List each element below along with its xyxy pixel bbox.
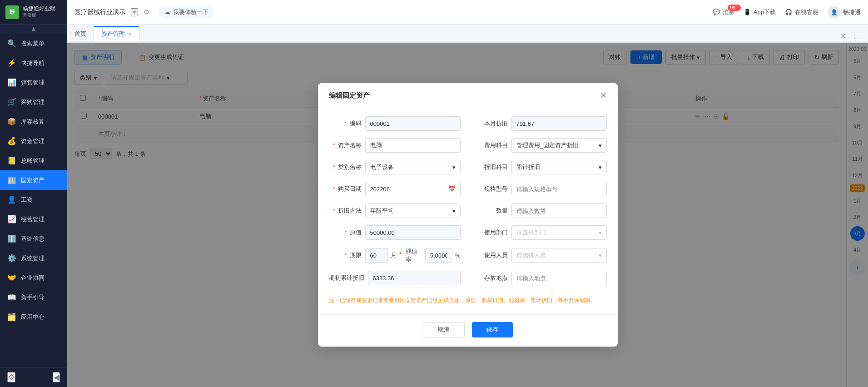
period-unit: 月	[391, 251, 397, 259]
field-initial-accumulated: 期初累计折旧	[329, 271, 461, 285]
depreciation-subject-select[interactable]: 累计折旧 ▾	[511, 160, 607, 174]
sidebar-item-finance[interactable]: 💰 资金管理	[0, 131, 67, 151]
sidebar-item-label: 资金管理	[21, 137, 45, 145]
field-purchase-date: * 购买日期 202206 📅	[329, 182, 461, 196]
message-action[interactable]: 💬 消息 99+	[713, 8, 734, 16]
field-depreciation-method: * 折旧方法 年限平均 ▾	[329, 203, 461, 218]
payroll-icon: 👤	[7, 195, 16, 204]
monthly-depreciation-label: 本月折旧	[475, 119, 508, 128]
purchase-date-label: * 购买日期	[329, 185, 362, 193]
initial-accumulated-input[interactable]	[368, 271, 461, 285]
expense-subject-select[interactable]: 管理费用_固定资产折旧 ▾	[511, 138, 607, 153]
field-asset-name: * 资产名称	[329, 138, 461, 153]
depreciation-method-label: * 折旧方法	[329, 207, 362, 215]
quantity-input[interactable]	[511, 203, 607, 218]
chevron-down-icon: ▾	[452, 208, 456, 214]
modal-overlay: 编辑固定资产 ✕ * 编码	[67, 43, 868, 387]
location-input[interactable]	[511, 271, 607, 285]
quicknav-icon: ⚡	[7, 59, 16, 67]
scroll-up-btn[interactable]: ▲	[0, 25, 67, 34]
sales-icon: 📊	[7, 78, 16, 87]
experience-label: 我要体验一下	[173, 8, 208, 16]
sidebar-item-purchase[interactable]: 🛒 采购管理	[0, 92, 67, 112]
save-button[interactable]: 保存	[472, 322, 513, 337]
field-expense-subject: 费用科目 管理费用_固定资产折旧 ▾	[475, 138, 607, 153]
settings-button[interactable]: ⚙	[7, 372, 15, 382]
sidebar-item-label: 库存核算	[21, 118, 45, 126]
sidebar-item-label: 经营管理	[21, 215, 45, 223]
basic-info-icon: ℹ️	[7, 234, 16, 243]
app-edition: 普及版	[23, 12, 55, 19]
code-label: * 编码	[329, 119, 362, 128]
sidebar-item-operations[interactable]: 📈 经营管理	[0, 209, 67, 229]
headset-icon: 🎧	[785, 9, 792, 15]
sidebar-item-inventory[interactable]: 📦 库存核算	[0, 112, 67, 131]
person-select[interactable]: 请选择人员 ▾	[511, 248, 607, 263]
sidebar-item-label: 基础信息	[21, 235, 45, 243]
chevron-down-icon: ▾	[452, 164, 456, 171]
cancel-button[interactable]: 取消	[423, 322, 465, 337]
message-badge: 99+	[728, 5, 741, 11]
code-input[interactable]	[365, 116, 461, 131]
field-period-residual: * 期限 月 * 残值率 %	[329, 247, 461, 263]
sidebar-item-guide[interactable]: 📖 新手引导	[0, 288, 67, 307]
depreciation-method-select[interactable]: 年限平均 ▾	[365, 203, 461, 218]
inventory-icon: 📦	[7, 117, 16, 126]
purchase-icon: 🛒	[7, 98, 16, 106]
window-close-btn[interactable]: ✕	[838, 30, 848, 42]
sidebar-item-quicknav[interactable]: ⚡ 快捷导航	[0, 53, 67, 73]
sidebar-item-sales[interactable]: 📊 销售管理	[0, 73, 67, 92]
gear-button[interactable]: ⚙	[144, 8, 150, 16]
asset-name-input[interactable]	[365, 138, 461, 153]
sidebar-item-assets[interactable]: 🏢 固定资产	[0, 170, 67, 190]
sidebar-item-system[interactable]: ⚙️ 系统管理	[0, 248, 67, 268]
original-value-label: * 原值	[329, 228, 362, 237]
tabs-bar: 首页 资产管理 ✕ ✕ ⛶	[67, 25, 868, 43]
message-icon: 💬	[713, 9, 720, 15]
modal-close-btn[interactable]: ✕	[600, 90, 607, 100]
category-select[interactable]: 电子设备 ▾	[365, 160, 461, 174]
window-maximize-btn[interactable]: ⛶	[852, 30, 863, 42]
field-location: 存放地点	[475, 271, 607, 285]
monthly-depreciation-input[interactable]	[511, 116, 607, 131]
sidebar-item-label: 企业协同	[21, 274, 45, 282]
purchase-date-picker[interactable]: 202206 📅	[365, 182, 461, 196]
logo-area: 好 畅捷通好业财 普及版	[0, 0, 67, 25]
modal-footer: 取消 保存	[318, 314, 618, 347]
original-value-input[interactable]	[365, 225, 461, 240]
department-select[interactable]: 请选择部门 ▾	[511, 225, 607, 240]
sidebar-item-apps[interactable]: 🗂️ 应用中心	[0, 307, 67, 327]
apps-icon: 🗂️	[7, 313, 16, 321]
sidebar-item-label: 新手引导	[21, 293, 45, 302]
period-residual-row: 月 * 残值率 %	[365, 247, 461, 263]
sidebar-item-payroll[interactable]: 👤 工资	[0, 190, 67, 209]
chevron-down-icon: ▾	[599, 164, 602, 171]
department-label: 使用部门	[475, 228, 508, 237]
assets-icon: 🏢	[7, 176, 16, 184]
field-department: 使用部门 请选择部门 ▾	[475, 225, 607, 240]
app-download-action[interactable]: 📱 App下载	[744, 8, 776, 16]
tab-home[interactable]: 首页	[67, 26, 94, 42]
purchase-date-value: 202206	[370, 186, 390, 193]
chevron-down-icon: ▾	[599, 142, 602, 149]
sidebar-item-search[interactable]: 🔍 搜索菜单	[0, 34, 67, 53]
sidebar-item-enterprise[interactable]: 🤝 企业协同	[0, 268, 67, 288]
tab-assets[interactable]: 资产管理 ✕	[94, 26, 139, 42]
spec-input[interactable]	[511, 182, 607, 196]
online-service-action[interactable]: 🎧 在线客服	[785, 8, 818, 16]
period-input[interactable]	[365, 248, 388, 263]
topbar-right: 💬 消息 99+ 📱 App下载 🎧 在线客服 👤 畅捷通	[713, 6, 861, 19]
sidebar-item-label: 工资	[21, 196, 33, 204]
sidebar-item-ledger[interactable]: 📒 总账管理	[0, 151, 67, 170]
user-action[interactable]: 👤 畅捷通	[828, 6, 861, 19]
sidebar-item-label: 销售管理	[21, 79, 45, 87]
form-grid: * 编码 本月折旧 *	[329, 116, 607, 305]
experience-button[interactable]: ☁ 我要体验一下	[159, 6, 214, 18]
tab-close-btn[interactable]: ✕	[128, 31, 132, 37]
sidebar: 好 畅捷通好业财 普及版 ▲ 🔍 搜索菜单 ⚡ 快捷导航 📊 销售管理 🛒 采购…	[0, 0, 67, 387]
collapse-button[interactable]: ◀	[53, 372, 60, 382]
sidebar-item-basic-info[interactable]: ℹ️ 基础信息	[0, 229, 67, 248]
residual-rate-input[interactable]	[425, 248, 452, 263]
industry-dropdown-btn[interactable]: ▼	[131, 8, 138, 16]
spec-label: 规格型号	[475, 185, 508, 193]
